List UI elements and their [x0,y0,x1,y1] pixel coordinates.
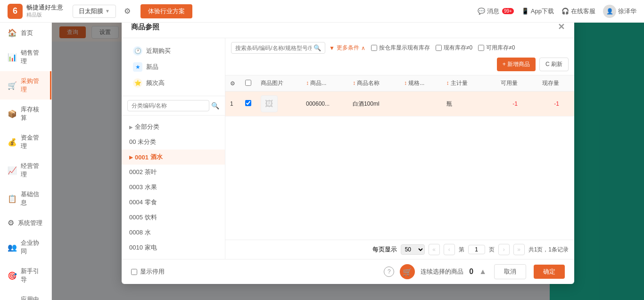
warehouse-checkbox[interactable] [371,45,377,51]
confirm-button[interactable]: 确定 [534,265,565,279]
row-checkbox[interactable] [240,92,256,117]
next-page-btn[interactable]: › [498,244,510,255]
col-stock: 现存量 [522,75,574,92]
sidebar-item-basic[interactable]: 📋 基础信息 [0,184,51,213]
online-service-item[interactable]: 🎧 在线客服 [561,7,595,16]
user-item[interactable]: 👤 徐泽华 [603,5,636,18]
settings-icon[interactable]: ⚙ [120,4,135,19]
category-0004[interactable]: 0004 零食 [122,195,225,210]
category-00[interactable]: 00 未分类 [122,134,225,150]
messages-item[interactable]: 💬 消息 99+ [478,7,514,16]
home-icon: 🏠 [8,28,17,37]
select-all-checkbox[interactable] [245,80,251,86]
sidebar-label-sales: 销售管理 [21,49,44,66]
cart-button[interactable]: 🛒 [400,264,415,279]
product-search-input[interactable] [235,45,312,51]
warehouse-check-label[interactable]: 按仓库显示现有库存 [371,44,430,52]
sidebar-item-operation[interactable]: 📈 经营管理 [0,156,51,184]
sidebar-item-sales[interactable]: 📊 销售管理 [0,43,51,71]
table-row[interactable]: 1 🖼 000600... 白酒100ml 瓶 [225,92,574,117]
cat0002-label: 0002 茶叶 [129,168,157,176]
category-0003[interactable]: 0003 水果 [122,180,225,195]
row-select-checkbox[interactable] [245,100,251,106]
first-page-btn[interactable]: « [429,244,440,255]
trial-button[interactable]: 体验行业方案 [140,4,192,18]
all-category-label: 全部分类 [135,123,159,131]
table-header: ⚙ 商品图片 ↕ 商品... ↕ 商品名称 [225,75,574,92]
show-disabled-checkbox[interactable] [131,269,137,275]
cancel-button[interactable]: 取消 [494,264,526,279]
cat0001-arrow: ▶ [129,155,133,160]
col-unit: ↕ 主计量 [442,75,485,92]
message-icon: 💬 [478,8,485,15]
app-download-item[interactable]: 📱 App下载 [521,7,554,16]
usable-check-text: 可用库存≠0 [486,44,515,52]
operation-icon: 📈 [8,166,17,175]
sidebar-label-basic: 基础信息 [21,190,44,207]
col-settings[interactable]: ⚙ [225,75,240,92]
cart-section: ? 🛒 连续选择的商品 0 ▲ [384,264,487,279]
show-disabled-label[interactable]: 显示停用 [131,267,165,276]
more-conditions-btn[interactable]: ▼ 更多条件 ∧ [329,44,365,52]
sidebar-item-apps[interactable]: 📱 应用中心 [0,290,51,300]
nav-dropdown-label: 日太阳膜 [79,7,103,16]
collapse-cart-icon[interactable]: ▲ [479,267,487,276]
filter-checkboxes: 按仓库显示现有库存 现有库存≠0 可用库存≠0 [371,44,515,52]
category-search-input[interactable] [127,100,209,111]
sidebar: 🏠 首页 📊 销售管理 🛒 采购管理 📦 库存核算 💰 资金管理 📈 经营管理 … [0,23,52,300]
sidebar-label-home: 首页 [21,29,33,37]
category-0008[interactable]: 0008 水 [122,225,225,240]
quick-recent[interactable]: 🕐 近期购买 [127,43,219,59]
row-spec [399,92,441,117]
show-disabled-text: 显示停用 [140,267,165,276]
topnav: 6 畅捷通好生意 精品版 日太阳膜 ▼ ⚙ 体验行业方案 💬 消息 99+ 📱 … [0,0,644,23]
category-0010[interactable]: 0010 家电 [122,240,225,255]
category-0001[interactable]: ▶ 0001 酒水 [122,150,225,165]
sidebar-item-system[interactable]: ⚙ 系统管理 [0,213,51,233]
col-spec: ↕ 规格... [399,75,441,92]
available-checkbox[interactable] [436,45,442,51]
app-logo-icon: 6 [8,4,23,19]
quick-new[interactable]: ★ 新品 [127,59,219,75]
messages-badge: 99+ [502,8,514,14]
usable-checkbox[interactable] [478,45,484,51]
category-0005[interactable]: 0005 饮料 [122,210,225,225]
col-checkbox[interactable] [240,75,256,92]
per-page-select[interactable]: 50 20 100 [401,244,425,255]
modal-footer: 显示停用 ? 🛒 连续选择的商品 0 ▲ 取消 确定 [122,259,574,284]
available-check-label[interactable]: 现有库存≠0 [436,44,472,52]
add-product-button[interactable]: + 新增商品 [497,58,536,71]
product-search-icon[interactable]: 🔍 [314,44,321,51]
modal-close-button[interactable]: ✕ [558,23,565,32]
cat0003-label: 0003 水果 [129,183,157,192]
category-search-icon[interactable]: 🔍 [211,102,219,109]
total-info: 共1页，1条记录 [528,246,569,254]
col-unit-sort-icon: ↕ [446,80,449,86]
new-icon: ★ [133,62,142,72]
nav-dropdown[interactable]: 日太阳膜 ▼ [73,5,116,18]
usable-check-label[interactable]: 可用库存≠0 [478,44,515,52]
category-0002[interactable]: 0002 茶叶 [122,165,225,180]
last-page-btn[interactable]: » [513,244,525,255]
cat0010-label: 0010 家电 [129,243,157,252]
sidebar-label-apps: 应用中心 [21,295,44,300]
prev-page-btn[interactable]: ‹ [444,244,455,255]
online-service-label: 在线客服 [571,7,595,16]
col-code-sort-icon: ↕ [306,80,309,86]
help-icon[interactable]: ? [384,267,394,277]
quick-frequent[interactable]: ⭐ 频次高 [127,75,219,91]
sidebar-item-home[interactable]: 🏠 首页 [0,23,51,43]
page-number-input[interactable] [468,245,485,254]
conditions-arrow: ∧ [361,45,365,51]
refresh-button[interactable]: C 刷新 [539,58,569,71]
sidebar-item-enterprise[interactable]: 👥 企业协同 [0,233,51,261]
col-available: 可用量 [485,75,522,92]
quick-new-label: 新品 [146,63,158,71]
sidebar-item-guide[interactable]: 🎯 新手引导 [0,261,51,290]
sidebar-item-inventory[interactable]: 📦 库存核算 [0,100,51,128]
sidebar-item-finance[interactable]: 💰 资金管理 [0,128,51,156]
sidebar-item-purchase[interactable]: 🛒 采购管理 [0,71,51,100]
sidebar-label-operation: 经营管理 [21,162,44,179]
category-all[interactable]: ▶ 全部分类 [122,119,225,134]
modal-overlay: 商品参照 ✕ 🕐 近期购买 ★ 新 [52,23,644,300]
